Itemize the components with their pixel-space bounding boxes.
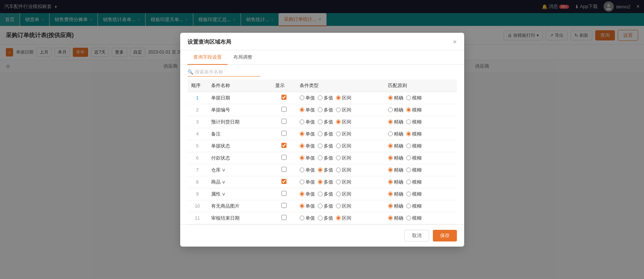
- row-show-4[interactable]: [272, 140, 296, 152]
- match-radio-模糊-0[interactable]: 模糊: [406, 95, 422, 101]
- row-show-3[interactable]: [272, 128, 296, 140]
- type-radio-单值-1[interactable]: 单值: [300, 107, 315, 113]
- type-radio-区间-9[interactable]: 区间: [336, 203, 351, 209]
- row-show-7[interactable]: [272, 176, 296, 188]
- type-radio-多值-5[interactable]: 多值: [318, 155, 333, 161]
- type-radio-多值-1[interactable]: 多值: [318, 107, 333, 113]
- match-radio-精确-9[interactable]: 精确: [388, 203, 403, 209]
- type-radio-多值-8[interactable]: 多值: [318, 191, 333, 197]
- table-row: 9属性 ∨单值多值区间精确模糊: [187, 188, 457, 200]
- row-match-5: 精确模糊: [384, 152, 457, 164]
- type-radio-多值-4[interactable]: 多值: [318, 143, 333, 149]
- type-radio-单值-7[interactable]: 单值: [300, 179, 315, 185]
- modal-tab-layout[interactable]: 布局调整: [228, 50, 258, 65]
- match-radio-模糊-8[interactable]: 模糊: [406, 191, 422, 197]
- row-show-8[interactable]: [272, 188, 296, 200]
- match-radio-模糊-9[interactable]: 模糊: [406, 203, 422, 209]
- type-radio-区间-2[interactable]: 区间: [336, 119, 351, 125]
- cancel-button[interactable]: 取消: [404, 230, 429, 241]
- modal-tab-fields[interactable]: 查询字段设置: [187, 50, 228, 65]
- type-radio-区间-10[interactable]: 区间: [336, 215, 351, 221]
- type-radio-多值-2[interactable]: 多值: [318, 119, 333, 125]
- show-checkbox-8[interactable]: [281, 191, 287, 196]
- match-radio-模糊-5[interactable]: 模糊: [406, 155, 422, 161]
- match-radio-精确-0[interactable]: 精确: [388, 95, 403, 101]
- row-name-3: 备注: [208, 128, 272, 140]
- match-radio-模糊-1[interactable]: 模糊: [406, 107, 422, 113]
- type-radio-单值-5[interactable]: 单值: [300, 155, 315, 161]
- match-radio-精确-6[interactable]: 精确: [388, 167, 403, 173]
- row-match-0: 精确模糊: [384, 92, 457, 104]
- row-match-1: 精确模糊: [384, 104, 457, 116]
- type-radio-单值-6[interactable]: 单值: [300, 167, 315, 173]
- row-show-5[interactable]: [272, 152, 296, 164]
- save-button[interactable]: 保存: [433, 230, 457, 241]
- match-radio-精确-4[interactable]: 精确: [388, 143, 403, 149]
- match-radio-模糊-3[interactable]: 模糊: [406, 131, 422, 137]
- type-radio-区间-8[interactable]: 区间: [336, 191, 351, 197]
- match-radio-模糊-6[interactable]: 模糊: [406, 167, 422, 173]
- type-radio-区间-3[interactable]: 区间: [336, 131, 351, 137]
- type-radio-区间-6[interactable]: 区间: [336, 167, 351, 173]
- row-match-6: 精确模糊: [384, 164, 457, 176]
- type-radio-区间-0[interactable]: 区间: [336, 95, 351, 101]
- match-radio-模糊-4[interactable]: 模糊: [406, 143, 422, 149]
- show-checkbox-4[interactable]: [281, 143, 287, 148]
- row-show-6[interactable]: [272, 164, 296, 176]
- match-radio-精确-7[interactable]: 精确: [388, 179, 403, 185]
- match-radio-精确-5[interactable]: 精确: [388, 155, 403, 161]
- show-checkbox-1[interactable]: [281, 107, 287, 112]
- type-radio-区间-7[interactable]: 区间: [336, 179, 351, 185]
- match-radio-模糊-7[interactable]: 模糊: [406, 179, 422, 185]
- modal-footer: 取消 保存: [180, 224, 464, 247]
- type-radio-单值-2[interactable]: 单值: [300, 119, 315, 125]
- type-radio-多值-3[interactable]: 多值: [318, 131, 333, 137]
- row-show-10[interactable]: [272, 212, 296, 224]
- show-checkbox-6[interactable]: [281, 167, 287, 172]
- row-show-0[interactable]: [272, 92, 296, 104]
- modal-table-head: 顺序 条件名称 显示 条件类型 匹配原则: [187, 79, 457, 92]
- modal-title: 设置查询区域布局: [187, 39, 231, 46]
- search-wrap: 🔍: [187, 69, 260, 76]
- type-radio-单值-8[interactable]: 单值: [300, 191, 315, 197]
- modal-table-body: 1单据日期单值多值区间精确模糊2单据编号单值多值区间精确模糊3预计到货日期单值多…: [187, 92, 457, 224]
- row-order-4: 5: [187, 140, 208, 152]
- type-radio-单值-9[interactable]: 单值: [300, 203, 315, 209]
- show-checkbox-9[interactable]: [281, 203, 287, 208]
- type-radio-单值-0[interactable]: 单值: [300, 95, 315, 101]
- type-radio-多值-10[interactable]: 多值: [318, 215, 333, 221]
- type-radio-单值-10[interactable]: 单值: [300, 215, 315, 221]
- type-radio-多值-7[interactable]: 多值: [318, 179, 333, 185]
- match-radio-精确-8[interactable]: 精确: [388, 191, 403, 197]
- row-name-10: 审核结束日期: [208, 212, 272, 224]
- show-checkbox-2[interactable]: [281, 119, 287, 124]
- match-radio-精确-10[interactable]: 精确: [388, 215, 403, 221]
- type-radio-多值-6[interactable]: 多值: [318, 167, 333, 173]
- type-radio-区间-4[interactable]: 区间: [336, 143, 351, 149]
- match-radio-精确-1[interactable]: 精确: [388, 107, 403, 113]
- modal-close-btn[interactable]: ×: [453, 39, 457, 45]
- row-show-9[interactable]: [272, 200, 296, 212]
- type-radio-单值-4[interactable]: 单值: [300, 143, 315, 149]
- row-type-0: 单值多值区间: [296, 92, 384, 104]
- match-radio-精确-2[interactable]: 精确: [388, 119, 403, 125]
- type-radio-多值-9[interactable]: 多值: [318, 203, 333, 209]
- show-checkbox-7[interactable]: [281, 179, 287, 184]
- show-checkbox-3[interactable]: [281, 131, 287, 136]
- th-match: 匹配原则: [384, 79, 457, 92]
- show-checkbox-10[interactable]: [281, 215, 287, 220]
- match-radio-模糊-10[interactable]: 模糊: [406, 215, 422, 221]
- search-input[interactable]: [195, 69, 260, 75]
- type-radio-区间-5[interactable]: 区间: [336, 155, 351, 161]
- row-show-2[interactable]: [272, 116, 296, 128]
- show-checkbox-0[interactable]: [281, 95, 287, 100]
- row-show-1[interactable]: [272, 104, 296, 116]
- match-radio-模糊-2[interactable]: 模糊: [406, 119, 422, 125]
- type-radio-多值-0[interactable]: 多值: [318, 95, 333, 101]
- match-radio-精确-3[interactable]: 精确: [388, 131, 403, 137]
- type-radio-单值-3[interactable]: 单值: [300, 131, 315, 137]
- show-checkbox-5[interactable]: [281, 155, 287, 160]
- row-type-10: 单值多值区间: [296, 212, 384, 224]
- row-type-5: 单值多值区间: [296, 152, 384, 164]
- type-radio-区间-1[interactable]: 区间: [336, 107, 351, 113]
